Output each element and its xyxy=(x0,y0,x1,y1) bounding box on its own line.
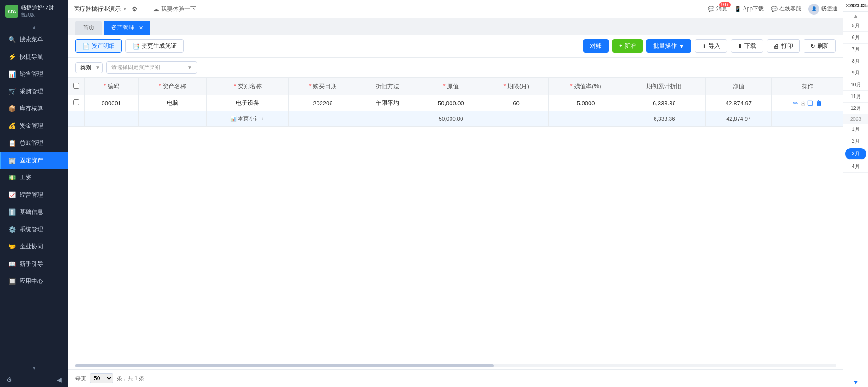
collapse-icon[interactable]: ◀ xyxy=(57,376,62,383)
header-residual-rate: 残值率(%) xyxy=(549,78,623,95)
category-type-wrapper[interactable]: 类别 ▼ xyxy=(75,62,103,73)
month-item-8[interactable]: 8月 xyxy=(843,55,868,67)
month-item-9[interactable]: 9月 xyxy=(843,67,868,79)
sub-tab-asset-detail[interactable]: 📄 资产明细 xyxy=(75,39,122,53)
horizontal-scrollbar[interactable] xyxy=(75,364,836,367)
sidebar-scroll-down[interactable]: ▼ xyxy=(32,366,36,371)
subtotal-original-value: 50,000.00 xyxy=(418,111,484,127)
print-icon: 🖨 xyxy=(774,43,779,50)
tab-home[interactable]: 首页 xyxy=(75,21,102,35)
sidebar-item-label: 应用中心 xyxy=(20,277,43,285)
right-date-panel: ✕ 2023.03 ⤢ ▲ 5月 6月 7月 8月 9月 10月 11月 12月… xyxy=(843,0,868,387)
header-net-value: 净值 xyxy=(706,78,772,95)
business-icon: 📈 xyxy=(8,191,16,198)
company-chevron-icon: ▼ xyxy=(123,6,127,11)
experience-btn[interactable]: ☁ 我要体验一下 xyxy=(153,5,196,13)
sidebar-item-payroll[interactable]: 💵 工资 xyxy=(0,169,68,186)
sidebar-item-business[interactable]: 📈 经营管理 xyxy=(0,186,68,203)
sidebar-item-search[interactable]: 🔍 搜索菜单 xyxy=(0,31,68,48)
experience-label: 我要体验一下 xyxy=(161,5,196,13)
table-header-row: 编码 资产名称 类别名称 购买日期 折旧方法 原值 期限(月) 残值率(%) 期… xyxy=(68,78,843,95)
refresh-button[interactable]: ↻ 刷新 xyxy=(804,39,836,53)
panel-expand-icon[interactable]: ⤢ xyxy=(866,3,868,9)
month-item-10[interactable]: 10月 xyxy=(843,79,868,91)
per-page-label: 每页 xyxy=(75,375,86,382)
sidebar-item-cooperation[interactable]: 🤝 企业协同 xyxy=(0,238,68,255)
sidebar-item-funds[interactable]: 💰 资金管理 xyxy=(0,117,68,134)
header-category: 类别名称 xyxy=(207,78,289,95)
sidebar-item-fixed-assets[interactable]: 🏢 固定资产 xyxy=(0,152,68,169)
select-all-checkbox[interactable] xyxy=(73,83,79,89)
print-button[interactable]: 🖨 打印 xyxy=(767,39,800,53)
month-item-12[interactable]: 12月 xyxy=(843,103,868,114)
category-select[interactable]: 请选择固定资产类别 ▼ xyxy=(106,61,197,74)
copy-icon[interactable]: ⎘ xyxy=(801,99,804,107)
download-button[interactable]: ⬇ 下载 xyxy=(731,39,763,53)
sidebar-item-inventory[interactable]: 📦 库存核算 xyxy=(0,100,68,117)
sidebar-scroll-up[interactable]: ▲ xyxy=(32,25,36,30)
sidebar-item-label: 采购管理 xyxy=(20,87,43,95)
add-button[interactable]: + 新增 xyxy=(612,39,643,53)
month-item-2023-4[interactable]: 4月 xyxy=(843,161,868,173)
batch-chevron-icon: ▼ xyxy=(679,43,684,50)
per-page-select[interactable]: 50 10 20 100 xyxy=(90,373,113,383)
sidebar-item-basic-info[interactable]: ℹ️ 基础信息 xyxy=(0,203,68,221)
edit-icon[interactable]: ✏ xyxy=(793,99,798,107)
sidebar-item-label: 搜索菜单 xyxy=(20,35,43,44)
inventory-icon: 📦 xyxy=(8,105,16,112)
panel-nav-up[interactable]: ▲ xyxy=(853,12,858,20)
reconcile-button[interactable]: 对账 xyxy=(583,39,609,53)
month-item-2023-1[interactable]: 1月 xyxy=(843,124,868,135)
sidebar-item-label: 总账管理 xyxy=(20,139,43,147)
month-item-6[interactable]: 6月 xyxy=(843,32,868,44)
category-type-select[interactable]: 类别 xyxy=(75,62,103,73)
header-original-value: 原值 xyxy=(418,78,484,95)
message-btn[interactable]: 💬 消息 99+ xyxy=(708,5,727,13)
sidebar-item-sales[interactable]: 📊 销售管理 xyxy=(0,65,68,83)
sidebar-item-ledger[interactable]: 📋 总账管理 xyxy=(0,134,68,152)
export-button[interactable]: ⬆ 导入 xyxy=(695,39,727,53)
batch-label: 批量操作 xyxy=(653,42,677,50)
app-download-btn[interactable]: 📱 App下载 xyxy=(734,5,764,13)
tab-asset-mgmt[interactable]: 资产管理 ✕ xyxy=(104,21,150,35)
month-item-2023-2[interactable]: 2月 xyxy=(843,135,868,147)
user-profile[interactable]: 👤 畅捷通 xyxy=(808,4,838,15)
online-service-btn[interactable]: 💬 在线客服 xyxy=(771,5,801,13)
sidebar-item-app-center[interactable]: 🔲 应用中心 xyxy=(0,273,68,290)
sidebar-item-guide[interactable]: 📖 新手引导 xyxy=(0,255,68,273)
sidebar-item-label: 新手引导 xyxy=(20,260,43,268)
month-item-5[interactable]: 5月 xyxy=(843,20,868,32)
topbar: 医疗器械行业演示 ▼ ⚙ ☁ 我要体验一下 💬 消息 99+ 📱 App下载 💬… xyxy=(68,0,843,18)
subtotal-label: 本页小计： xyxy=(238,115,265,122)
row-checkbox[interactable] xyxy=(73,99,79,105)
sales-icon: 📊 xyxy=(8,70,16,78)
tab-close-icon[interactable]: ✕ xyxy=(139,25,143,30)
row-code: 000001 xyxy=(84,95,138,111)
tab-home-label: 首页 xyxy=(83,24,94,31)
sidebar-item-system[interactable]: ⚙️ 系统管理 xyxy=(0,221,68,238)
sidebar-item-label: 经营管理 xyxy=(20,191,43,199)
asset-detail-icon: 📄 xyxy=(82,43,89,50)
sidebar-item-quick-nav[interactable]: ⚡ 快捷导航 xyxy=(0,48,68,65)
sidebar-item-label: 库存核算 xyxy=(20,104,43,113)
batch-button[interactable]: 批量操作 ▼ xyxy=(646,39,691,53)
subtotal-icon: 📊 xyxy=(230,116,237,121)
sub-tab-voucher-change[interactable]: 📑 变更生成凭证 xyxy=(125,39,184,53)
table-row: 000001 电脑 电子设备 202206 年限平均 50,000.00 60 … xyxy=(68,95,843,111)
panel-nav-down[interactable]: ▼ xyxy=(853,377,859,387)
company-selector[interactable]: 医疗器械行业演示 ▼ xyxy=(74,5,127,13)
panel-close-icon[interactable]: ✕ xyxy=(845,3,849,9)
sidebar-item-label: 资金管理 xyxy=(20,122,43,130)
duplicate-icon[interactable]: ❏ xyxy=(807,99,813,107)
settings-icon[interactable]: ⚙ xyxy=(6,376,12,383)
delete-icon[interactable]: 🗑 xyxy=(816,99,822,107)
tabs-bar: 首页 资产管理 ✕ xyxy=(68,18,843,35)
month-item-7[interactable]: 7月 xyxy=(843,44,868,55)
settings-gear-icon[interactable]: ⚙ xyxy=(132,5,138,13)
username-label: 畅捷通 xyxy=(821,5,838,13)
month-item-2023-3[interactable]: 3月 xyxy=(845,148,866,160)
row-original-value: 50,000.00 xyxy=(418,95,484,111)
month-item-11[interactable]: 11月 xyxy=(843,91,868,103)
sidebar-item-purchase[interactable]: 🛒 采购管理 xyxy=(0,83,68,100)
header-checkbox-cell xyxy=(68,78,84,95)
